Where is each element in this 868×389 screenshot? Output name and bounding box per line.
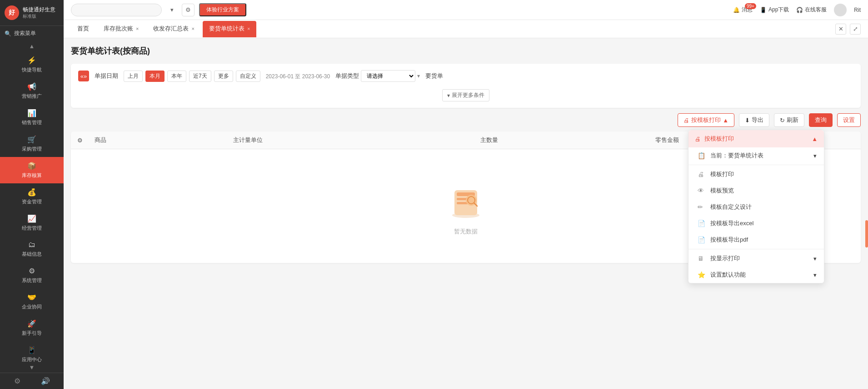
expand-filter-btn[interactable]: ▾ 展开更多条件 (442, 89, 489, 101)
date-btn-last-month[interactable]: 上月 (124, 71, 143, 82)
guide-icon: 🚀 (27, 319, 36, 328)
tab-requisition-stat-close[interactable]: × (247, 26, 250, 31)
sound-bottom-icon[interactable]: 🔊 (41, 377, 50, 385)
print-dropdown-arrow: ▲ (723, 117, 728, 124)
tab-maximize-btn[interactable]: ⤢ (850, 24, 861, 35)
purchase-icon: 🛒 (27, 135, 36, 144)
action-bar: 🖨 按模板打印 ▲ ⬇ 导出 ↻ 刷新 查询 设置 (71, 113, 861, 127)
tab-receipt-summary-close[interactable]: × (191, 26, 194, 31)
tab-home[interactable]: 首页 (71, 21, 95, 37)
scrollbar-thumb[interactable] (865, 220, 868, 248)
template-export-pdf-item[interactable]: 📄 按模板导出pdf (688, 232, 824, 248)
online-service-btn[interactable]: 🎧 在线客服 (796, 6, 827, 14)
topbar-search-input[interactable] (71, 4, 162, 16)
sidebar-item-purchase[interactable]: 🛒 采购管理 (0, 131, 64, 157)
date-group: 上月 本月 本年 近7天 更多 自定义 (124, 71, 260, 82)
display-print-arrow: ▾ (813, 255, 817, 262)
settings-action-btn[interactable]: 设置 (837, 113, 861, 127)
set-default-item[interactable]: ⭐ 设置默认功能 ▾ (688, 267, 824, 283)
search-menu[interactable]: 🔍 搜索菜单 (0, 26, 64, 41)
app-version: 标准版 (23, 13, 55, 20)
display-print-item[interactable]: 🖥 按显示打印 ▾ (688, 250, 824, 267)
empty-text: 暂无数据 (454, 227, 478, 236)
system-icon: ⚙ (29, 267, 35, 275)
print-current-template[interactable]: 📋 当前：要货单统计表 ▾ (688, 147, 824, 164)
online-service-label: 在线客服 (805, 6, 827, 14)
th-quantity: 主数量 (475, 131, 650, 149)
sidebar-item-guide[interactable]: 🚀 新手引导 (0, 315, 64, 341)
sidebar-bottom: ⚙ 🔊 (0, 373, 64, 389)
template-custom-icon: ✏ (698, 203, 706, 211)
sidebar-scroll-down[interactable]: ▼ (0, 362, 64, 373)
date-btn-this-year[interactable]: 本年 (167, 71, 186, 82)
settings-bottom-icon[interactable]: ⚙ (14, 377, 20, 385)
template-print-item[interactable]: 🖨 模板打印 (688, 166, 824, 182)
sidebar-item-collab[interactable]: 🤝 企业协同 (0, 288, 64, 315)
download-icon: 📱 (760, 7, 767, 13)
sidebar-item-marketing[interactable]: 📢 营销推广 (0, 78, 64, 104)
sidebar-item-label: 快捷导航 (22, 66, 42, 73)
main-area: ▾ ⚙ 体验行业方案 🔔 消息 99+ 📱 App下载 🎧 在线客服 Rit 首… (64, 0, 868, 389)
sidebar-item-label: 经营管理 (22, 225, 42, 232)
date-btn-this-month[interactable]: 本月 (145, 71, 165, 82)
tab-home-label: 首页 (77, 25, 89, 33)
template-export-excel-item[interactable]: 📄 按模板导出excel (688, 215, 824, 232)
display-print-label: 按显示打印 (710, 254, 740, 263)
sidebar-item-appstore[interactable]: 📱 应用中心 (0, 341, 64, 362)
export-btn[interactable]: ⬇ 导出 (739, 113, 769, 127)
search-icon: 🔍 (5, 30, 11, 37)
sidebar-item-label: 采购管理 (22, 146, 42, 152)
sidebar-item-inventory[interactable]: 📦 库存核算 (0, 157, 64, 183)
print-dropdown-menu: 🖨 按模板打印 ▲ 📋 当前：要货单统计表 ▾ 🖨 模板打印 (688, 130, 824, 283)
tab-inventory-batch[interactable]: 库存批次账 × (97, 21, 145, 37)
th-settings[interactable]: ⚙ (71, 131, 89, 149)
settings-action-label: 设置 (843, 116, 855, 124)
user-avatar[interactable] (834, 4, 847, 16)
sidebar-item-finance[interactable]: 💰 资金管理 (0, 183, 64, 210)
sidebar-item-label: 企业协同 (22, 303, 42, 310)
query-label: 查询 (815, 116, 827, 124)
print-dropdown-collapse-btn[interactable]: ▲ (812, 136, 818, 142)
expand-btn-label: 展开更多条件 (452, 91, 484, 99)
sidebar-item-sales[interactable]: 📊 销售管理 (0, 104, 64, 131)
trial-btn[interactable]: 体验行业方案 (199, 3, 246, 16)
topbar-dropdown-btn[interactable]: ▾ (166, 5, 177, 15)
tab-receipt-summary[interactable]: 收发存汇总表 × (147, 21, 200, 37)
doc-type-filter: 单据类型 请选择 ▾ (335, 70, 420, 82)
template-preview-label: 模板预览 (710, 187, 734, 195)
filter-toggle-btn[interactable]: «» (78, 71, 89, 81)
app-download-label: App下载 (768, 6, 789, 14)
date-btn-last-7-days[interactable]: 近7天 (189, 71, 211, 82)
current-template-arrow: ▾ (813, 152, 817, 159)
set-default-label: 设置默认功能 (710, 271, 746, 279)
print-template-btn[interactable]: 🖨 按模板打印 ▲ (678, 113, 734, 127)
sidebar-item-label: 资金管理 (22, 198, 42, 205)
refresh-btn[interactable]: ↻ 刷新 (774, 113, 804, 127)
template-print-icon: 🖨 (698, 171, 706, 178)
template-preview-item[interactable]: 👁 模板预览 (688, 182, 824, 199)
sidebar-item-label: 营销推广 (22, 93, 42, 100)
doc-type-select[interactable]: 请选择 (361, 70, 415, 82)
notification-btn[interactable]: 🔔 消息 99+ (733, 6, 753, 14)
tab-inventory-batch-close[interactable]: × (136, 26, 139, 31)
template-export-excel-icon: 📄 (698, 220, 706, 227)
tab-receipt-summary-label: 收发存汇总表 (153, 25, 189, 33)
query-btn primary[interactable]: 查询 (809, 113, 833, 127)
empty-icon (443, 177, 489, 222)
sidebar-item-operation[interactable]: 📈 经营管理 (0, 210, 64, 236)
date-btn-more[interactable]: 更多 (214, 71, 233, 82)
tab-requisition-stat[interactable]: 要货单统计表 × (203, 21, 256, 37)
sidebar-item-label: 库存核算 (22, 172, 42, 179)
app-download-btn[interactable]: 📱 App下载 (760, 6, 789, 14)
template-custom-item[interactable]: ✏ 模板自定义设计 (688, 199, 824, 215)
username-label[interactable]: Rit (854, 7, 861, 13)
sidebar-item-quick-nav[interactable]: ⚡ 快捷导航 (0, 51, 64, 78)
print-dropdown-header[interactable]: 🖨 按模板打印 ▲ (688, 130, 824, 147)
tab-close-all-btn[interactable]: ✕ (835, 24, 846, 35)
sidebar-item-label: 应用中心 (22, 356, 42, 362)
date-btn-custom[interactable]: 自定义 (236, 71, 260, 82)
topbar-settings-btn[interactable]: ⚙ (182, 4, 195, 16)
sidebar-item-system[interactable]: ⚙ 系统管理 (0, 262, 64, 288)
sidebar-scroll-up[interactable]: ▲ (0, 41, 64, 51)
sidebar-item-basic[interactable]: 🗂 基础信息 (0, 236, 64, 262)
